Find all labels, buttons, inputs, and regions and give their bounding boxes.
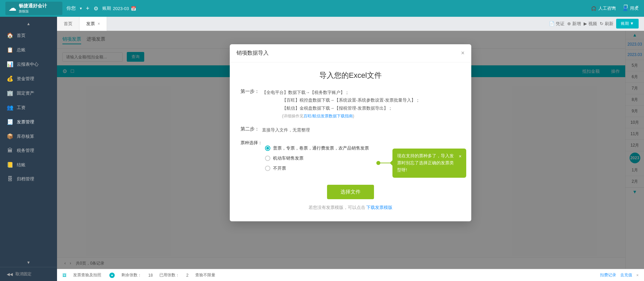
radio-item-3[interactable]: 不开票 [265,165,369,171]
sidebar-item-archive[interactable]: 🗄 归档管理 [0,172,57,186]
modal-title: 销项数据导入 [236,50,269,57]
radio-label-1: 普票，专票，卷票，通行费发票，农产品销售发票 [273,145,369,151]
invoice-type-section: 票种选择： 普票，专票，卷票，通行费发票，农产品销售发票 [240,140,461,177]
sidebar-label-inventory: 库存核算 [17,133,34,139]
tab-invoice-label: 发票 [86,21,95,27]
tab-invoice[interactable]: 发票 × [79,17,107,31]
refresh-icon: ↻ [600,21,603,26]
step2-block: 第二步： 直接导入文件，无需整理 [240,126,461,134]
home-icon: 🏠 [7,32,13,39]
radio-circle-3 [265,166,270,171]
step1-content: 【全电平台】数据下载→【税务数字账户】； 【百旺】税控盘数据下载→【系统设置-系… [262,89,420,120]
modal-header: 销项数据导入 × [230,44,471,62]
step1-line3: 【航信】金税盘数据下载→【报税管理-发票数据导出】； [262,104,392,112]
maximize-button[interactable]: ❐ [621,3,631,11]
radio-circle-2 [265,156,270,161]
sidebar-item-home[interactable]: 🏠 首页 [0,28,57,43]
sidebar-label-assets: 固定资产 [17,90,34,96]
sidebar-item-invoice[interactable]: 🧾 发票管理 [0,115,57,129]
sidebar-item-inventory[interactable]: 📦 库存核算 [0,129,57,144]
tab-bar: 首页 发票 × 📄 凭证 ⊕ 新增 ▶ 视频 [57,17,644,31]
logo-subtitle: 旗舰版 [19,9,47,14]
settings-icon[interactable]: ⚙ [94,5,98,12]
add-record-label: 新增 [572,21,581,27]
download-template-link[interactable]: 下载发票模版 [366,205,392,210]
refresh-button[interactable]: ↻ 刷新 [600,21,613,27]
invoice-icon: 🧾 [7,119,13,125]
select-file-button[interactable]: 选择文件 [327,185,374,199]
sidebar-item-assets[interactable]: 🏢 固定资产 [0,86,57,100]
tab-home[interactable]: 首页 [57,17,79,31]
sidebar-label-tax: 税务管理 [17,148,34,154]
tooltip-close-button[interactable]: × [459,153,462,160]
ledger-icon: 📋 [7,47,13,53]
period-value: 2023-03 [113,6,129,11]
sidebar-item-ledger[interactable]: 📋 总账 [0,43,57,57]
radio-item-1[interactable]: 普票，专票，卷票，通行费发票，农产品销售发票 [265,145,369,151]
certificate-label: 凭证 [556,21,565,27]
step1-guide-link[interactable]: 百旺/航信发票数据下载指南 [304,114,353,118]
used-value: 2 [186,273,189,278]
step2-content: 直接导入文件，无需整理 [262,126,310,134]
radio-dot-1 [266,147,269,150]
add-button[interactable]: + [86,5,90,12]
radio-item-2[interactable]: 机动车销售发票 × [265,155,369,161]
add-record-button[interactable]: ⊕ 新增 [567,21,581,27]
invoice-check-label: 发票查验及拍照 [73,272,101,278]
step1-line1: 【全电平台】数据下载→【税务数字账户】； [262,90,349,95]
recharge-record-link[interactable]: 扣费记录 [600,272,616,278]
modal-body: 导入您的Excel文件 第一步： 【全电平台】数据下载→【税务数字账户】； 【百… [230,62,471,221]
period-label: 账期 [102,5,111,11]
recharge-link[interactable]: 去充值 [620,272,632,278]
tax-icon: 🏛 [7,148,13,154]
video-button[interactable]: ▶ 视频 [584,21,597,27]
scroll-up-arrow[interactable]: ▲ [26,21,31,27]
unpin-label: 取消固定 [15,271,32,277]
modal-footer-note: 若您没有发票模版，可以点击 下载发票模版 [240,205,461,211]
period-switch-button[interactable]: 账期 ▼ [616,19,639,29]
certificate-button[interactable]: 📄 凭证 [549,21,565,27]
sidebar-label-salary: 工资 [17,105,25,111]
sidebar-label-close: 结账 [17,162,25,168]
step1-label: 第一步： [240,89,261,95]
assets-icon: 🏢 [7,90,13,96]
status-bar: 🖼 发票查验及拍照 ● 剩余张数： 18 已用张数： 2 查验不限量 扣费记录 … [57,269,644,281]
unpin-button[interactable]: ◀◀ 取消固定 [0,267,57,281]
modal-close-button[interactable]: × [461,50,465,57]
sidebar-label-ledger: 总账 [17,47,25,53]
window-close-button[interactable]: × [633,3,641,11]
sidebar-label-invoice: 发票管理 [17,119,34,125]
pin-icon: ◀◀ [7,272,13,277]
minimize-button[interactable]: — [608,3,618,11]
import-modal: 销项数据导入 × 导入您的Excel文件 第一步： 【全电平台】数据下载→【税务… [230,44,471,221]
remaining-value: 18 [148,273,153,278]
close-accounts-icon: 📒 [7,162,13,168]
inventory-icon: 📦 [7,133,13,139]
sidebar-item-reports[interactable]: 📊 云报表中心 [0,57,57,71]
video-label: 视频 [588,21,597,27]
invoice-check-badge: ● [109,273,115,278]
sidebar-item-tax[interactable]: 🏛 税务管理 [0,144,57,158]
step1-link-prefix: (详细操作见 [282,114,304,118]
company-dropdown[interactable]: ▾ [80,6,82,11]
sidebar-label-archive: 归档管理 [17,176,34,182]
status-bar-close[interactable]: × [636,273,639,278]
sidebar-item-salary[interactable]: 👥 工资 [0,100,57,115]
tooltip-dot [376,161,380,165]
step1-block: 第一步： 【全电平台】数据下载→【税务数字账户】； 【百旺】税控盘数据下载→【系… [240,89,461,120]
tooltip-bubble: × 现在支持的票种多了，导入发票时别忘了选择正确的发票类型呀! [392,149,466,177]
invoice-type-label: 票种选择： [240,140,262,146]
used-label: 已用张数： [159,272,179,278]
refresh-label: 刷新 [605,21,613,27]
calendar-icon[interactable]: 📅 [131,6,136,11]
tooltip-text: 现在支持的票种多了，导入发票时别忘了选择正确的发票类型呀! [397,153,454,172]
sidebar-item-finance[interactable]: 💰 资金管理 [0,71,57,86]
finance-icon: 💰 [7,75,13,82]
scroll-down-arrow[interactable]: ▼ [26,260,31,266]
tab-home-label: 首页 [64,21,72,27]
step1-line2: 【百旺】税控盘数据下载→【系统设置-系统参数设置-发票批量导入】； [262,96,420,104]
tab-invoice-close[interactable]: × [98,21,100,26]
logo-area: ☁ 畅捷通好会计 旗舰版 [5,2,62,15]
logo-icon: ☁ [9,4,16,13]
sidebar-item-close[interactable]: 📒 结账 [0,158,57,172]
